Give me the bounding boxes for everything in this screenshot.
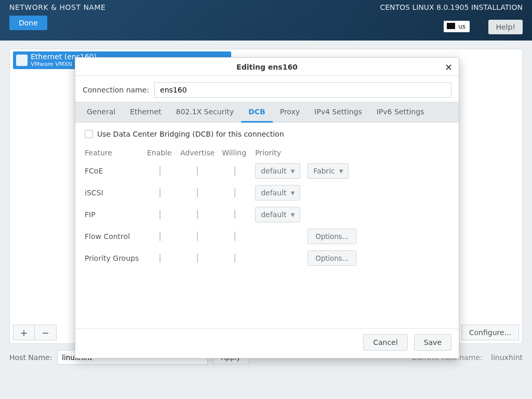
chevron-down-icon: ▼ xyxy=(290,212,295,218)
dialog-footer: Cancel Save xyxy=(75,328,459,358)
connection-name-row: Connection name: xyxy=(75,76,459,102)
col-feature: Feature xyxy=(85,149,147,157)
tab-ipv4-settings[interactable]: IPv4 Settings xyxy=(307,102,369,122)
dcb-row-fip: FIP default ▼ xyxy=(85,207,364,222)
connection-name-label: Connection name: xyxy=(83,86,149,94)
dcb-feature-table: Feature Enable Advertise Willing Priorit… xyxy=(85,142,364,272)
ethernet-icon xyxy=(16,55,28,66)
cancel-button[interactable]: Cancel xyxy=(363,334,407,351)
current-hostname-value: linuxhint xyxy=(491,353,523,362)
col-priority: Priority xyxy=(255,149,308,157)
feature-label: Priority Groups xyxy=(85,250,147,266)
dcb-row-iscsi: iSCSI default ▼ xyxy=(85,185,364,201)
flow-enable-checkbox[interactable] xyxy=(159,232,161,241)
feature-label: iSCSI xyxy=(85,185,147,201)
flow-options-button[interactable]: Options... xyxy=(308,229,356,244)
pg-enable-checkbox[interactable] xyxy=(159,254,161,263)
pg-options-button[interactable]: Options... xyxy=(308,250,356,266)
col-advertise: Advertise xyxy=(180,149,222,157)
chevron-down-icon: ▼ xyxy=(339,168,343,174)
add-remove-group: + − xyxy=(13,325,57,340)
tab-proxy[interactable]: Proxy xyxy=(273,102,307,122)
feature-label: FIP xyxy=(85,207,147,222)
installer-title: CENTOS LINUX 8.0.1905 INSTALLATION xyxy=(380,3,523,11)
tab-general[interactable]: General xyxy=(79,102,123,122)
dcb-row-priority-groups: Priority Groups Options... xyxy=(85,250,364,266)
dcb-header-row: Feature Enable Advertise Willing Priorit… xyxy=(85,149,364,157)
save-button[interactable]: Save xyxy=(414,334,451,351)
fcoe-priority-dropdown[interactable]: default ▼ xyxy=(255,163,300,179)
iscsi-priority-dropdown[interactable]: default ▼ xyxy=(255,185,300,201)
iscsi-advertise-checkbox[interactable] xyxy=(197,188,198,197)
chevron-down-icon: ▼ xyxy=(290,190,295,196)
dialog-title: Editing ens160 xyxy=(236,63,298,71)
dcb-row-fcoe: FCoE default ▼ Fabric ▼ xyxy=(85,163,364,179)
iscsi-enable-checkbox[interactable] xyxy=(159,188,161,197)
tab-8021x-security[interactable]: 802.1X Security xyxy=(169,102,242,122)
fcoe-enable-checkbox[interactable] xyxy=(159,166,161,176)
edit-connection-dialog: Editing ens160 ✕ Connection name: Genera… xyxy=(75,57,459,358)
keyboard-layout-label: us xyxy=(458,23,466,30)
fip-willing-checkbox[interactable] xyxy=(234,210,235,219)
flow-advertise-checkbox[interactable] xyxy=(197,232,198,241)
feature-label: Flow Control xyxy=(85,229,147,244)
col-willing: Willing xyxy=(222,149,255,157)
fip-priority-dropdown[interactable]: default ▼ xyxy=(255,207,300,222)
done-button[interactable]: Done xyxy=(9,16,47,30)
close-icon[interactable]: ✕ xyxy=(445,62,453,73)
connection-name-input[interactable] xyxy=(154,82,451,98)
dcb-enable-checkbox[interactable] xyxy=(85,130,93,138)
tab-ethernet[interactable]: Ethernet xyxy=(123,102,168,122)
chevron-down-icon: ▼ xyxy=(290,168,295,174)
dialog-tabs: General Ethernet 802.1X Security DCB Pro… xyxy=(75,102,459,123)
iscsi-willing-checkbox[interactable] xyxy=(234,188,235,197)
configure-button[interactable]: Configure... xyxy=(461,325,519,340)
tab-dcb[interactable]: DCB xyxy=(241,102,273,123)
fcoe-advertise-checkbox[interactable] xyxy=(197,166,198,176)
col-enable: Enable xyxy=(147,149,180,157)
fip-advertise-checkbox[interactable] xyxy=(197,210,198,219)
feature-label: FCoE xyxy=(85,163,147,179)
dialog-title-bar: Editing ens160 ✕ xyxy=(75,58,459,76)
dcb-enable-label: Use Data Center Bridging (DCB) for this … xyxy=(97,130,284,138)
dcb-row-flow-control: Flow Control Options... xyxy=(85,229,364,244)
pg-advertise-checkbox[interactable] xyxy=(197,254,198,263)
keyboard-indicator[interactable]: us xyxy=(444,21,470,32)
pg-willing-checkbox[interactable] xyxy=(234,254,235,263)
help-button[interactable]: Help! xyxy=(488,20,523,34)
fcoe-mode-dropdown[interactable]: Fabric ▼ xyxy=(308,163,349,179)
remove-interface-button[interactable]: − xyxy=(35,325,57,340)
hostname-label: Host Name: xyxy=(9,353,52,362)
dcb-enable-row[interactable]: Use Data Center Bridging (DCB) for this … xyxy=(85,130,449,138)
add-interface-button[interactable]: + xyxy=(13,325,35,340)
fip-enable-checkbox[interactable] xyxy=(159,210,161,219)
flow-willing-checkbox[interactable] xyxy=(234,232,235,241)
tab-ipv6-settings[interactable]: IPv6 Settings xyxy=(369,102,432,122)
fcoe-willing-checkbox[interactable] xyxy=(234,166,235,176)
installer-top-bar: NETWORK & HOST NAME CENTOS LINUX 8.0.190… xyxy=(0,0,532,41)
dialog-body: Use Data Center Bridging (DCB) for this … xyxy=(75,123,459,328)
